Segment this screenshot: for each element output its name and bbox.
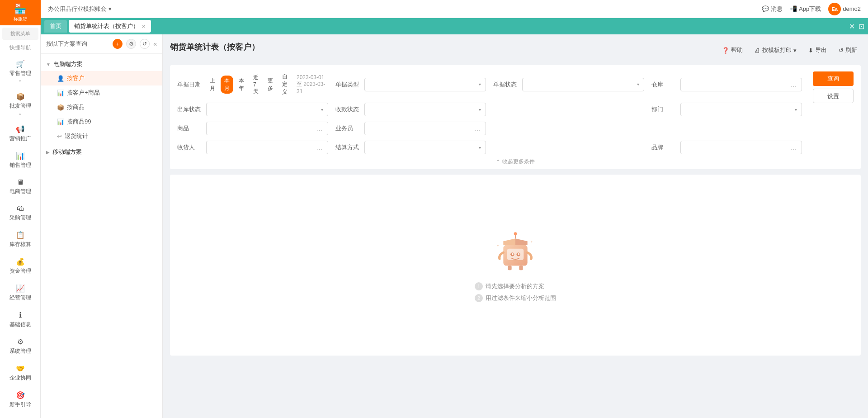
dropdown-arrow-icon: ▾: [108, 5, 112, 12]
home-tab-label: 首页: [50, 22, 61, 30]
settle-select[interactable]: ▾: [364, 141, 486, 154]
product-input[interactable]: ...: [206, 122, 328, 135]
app-download-btn[interactable]: 📲 App下载: [790, 5, 821, 13]
page-actions: ❓ 帮助 🖨 按模板打印 ▾ ⬇ 导出 ↺ 刷新: [718, 44, 861, 56]
desktop-expand-arrow: ▼: [46, 62, 51, 67]
empty-tips: 1 请先选择要分析的方案 2 用过滤条件来缩小分析范围: [475, 282, 556, 302]
sidebar-item-sales[interactable]: 📊 销售管理: [0, 147, 40, 174]
retail-icon: 🛒: [16, 60, 25, 68]
desktop-group-header[interactable]: ▼ 电脑端方案: [41, 57, 162, 71]
date-tab-last-month[interactable]: 上月: [206, 76, 219, 94]
refresh-btn[interactable]: ↺ 刷新: [835, 44, 861, 56]
minimize-btn[interactable]: ✕: [849, 22, 855, 31]
settings-scheme-btn[interactable]: ⚙: [126, 39, 136, 49]
sidebar-item-basic[interactable]: ℹ 基础信息: [0, 306, 40, 333]
collapse-more-label: 收起更多条件: [502, 158, 535, 166]
date-tab-this-year[interactable]: 本年: [235, 76, 248, 94]
user-profile[interactable]: Ea demo2: [828, 3, 861, 15]
right-content: 销货单统计表（按客户） ❓ 帮助 🖨 按模板打印 ▾ ⬇ 导出: [163, 34, 868, 418]
brand-input[interactable]: ...: [680, 141, 802, 154]
settings-button[interactable]: 设置: [813, 89, 854, 103]
sidebar-item-enterprise[interactable]: 🤝 企业协同: [0, 360, 40, 386]
doc-status-select[interactable]: ▾: [522, 78, 644, 91]
topbar-left: 办公用品行业模拟账套 ▾: [48, 5, 112, 13]
date-tab-custom[interactable]: 自定义: [278, 71, 291, 97]
by-product-99-icon: 📊: [57, 119, 64, 125]
mobile-group-label: 移动端方案: [52, 148, 82, 156]
sidebar-item-finance[interactable]: 💰 资金管理: [0, 253, 40, 280]
date-tab-more[interactable]: 更多: [264, 76, 277, 94]
warehouse-input[interactable]: ...: [680, 78, 802, 91]
export-btn[interactable]: ⬇ 导出: [805, 44, 830, 56]
collapse-panel-btn[interactable]: «: [153, 40, 157, 48]
warehouse-filter-item: 仓库 ...: [651, 78, 802, 91]
scheme-customer-product[interactable]: 📊 按客户+商品: [41, 86, 162, 100]
empty-tip-1: 1 请先选择要分析的方案: [475, 282, 556, 290]
tabbar-right: ✕ ⊡: [849, 22, 864, 31]
filter-row-4: 收货人 ... 结算方式 ▾: [177, 141, 802, 154]
mobile-group-header[interactable]: ▶ 移动端方案: [41, 145, 162, 159]
receipt-status-select[interactable]: ▾: [364, 103, 486, 116]
filter-row-2: 出库状态 ▾ 收款状态 ▾: [177, 103, 802, 116]
search-menu[interactable]: 搜索菜单: [2, 28, 38, 40]
scheme-by-product[interactable]: 📦 按商品: [41, 100, 162, 114]
by-product-99-label: 按商品99: [67, 118, 91, 126]
brand-label: 品牌: [651, 143, 677, 152]
quick-nav[interactable]: 快捷导航: [0, 42, 40, 55]
sidebar-item-inventory[interactable]: 📋 库存核算: [0, 226, 40, 253]
scheme-by-product-99[interactable]: 📊 按商品99: [41, 114, 162, 129]
doc-type-arrow-icon: ▾: [479, 82, 481, 87]
out-status-filter-item: 出库状态 ▾: [177, 103, 328, 116]
product-filter-item: 商品 ...: [177, 122, 328, 135]
template-print-btn[interactable]: 🖨 按模板打印 ▾: [751, 44, 800, 56]
message-btn[interactable]: 💬 消息: [762, 5, 783, 13]
brand-dots: ...: [790, 144, 797, 151]
help-btn[interactable]: ❓ 帮助: [718, 44, 746, 56]
doc-type-select[interactable]: ▾: [364, 78, 486, 91]
scheme-return-stats[interactable]: ↩ 退货统计: [41, 129, 162, 143]
tab-close-icon[interactable]: ✕: [142, 24, 146, 29]
retail-arrow: ▾: [19, 79, 21, 83]
topbar: 办公用品行业模拟账套 ▾ 💬 消息 📲 App下载 Ea demo2: [41, 0, 868, 18]
sidebar-item-appstore[interactable]: 📱 应用中心: [0, 413, 40, 418]
query-button[interactable]: 查询: [813, 71, 854, 86]
tab-home[interactable]: 首页: [44, 20, 67, 33]
by-product-icon: 📦: [57, 104, 64, 111]
tip-1-text: 请先选择要分析的方案: [486, 282, 544, 290]
doc-status-filter-item: 单据状态 ▾: [493, 78, 644, 91]
date-tab-this-month[interactable]: 本月: [221, 76, 233, 94]
help-icon: ❓: [722, 47, 729, 54]
date-tab-7days[interactable]: 近7天: [250, 72, 262, 97]
sidebar-item-ecommerce[interactable]: 🖥 电商管理: [0, 174, 40, 200]
wholesale-arrow: ▴: [19, 111, 21, 116]
out-status-select[interactable]: ▾: [206, 103, 328, 116]
date-label: 单据日期: [177, 81, 203, 89]
mobile-expand-arrow: ▶: [46, 150, 50, 155]
receiver-input[interactable]: ...: [206, 141, 328, 154]
settle-arrow-icon: ▾: [479, 145, 481, 150]
topbar-right: 💬 消息 📲 App下载 Ea demo2: [762, 3, 861, 15]
sidebar-item-operation[interactable]: 📈 经营管理: [0, 280, 40, 306]
scheme-by-customer[interactable]: 👤 按客户: [41, 71, 162, 86]
industry-selector[interactable]: 办公用品行业模拟账套 ▾: [48, 5, 112, 13]
sidebar-item-guide[interactable]: 🎯 新手引导: [0, 386, 40, 413]
dept-select[interactable]: ▾: [680, 103, 802, 116]
tip-1-num: 1: [475, 282, 483, 290]
logo-text: 标服贷: [14, 16, 27, 22]
sidebar-item-system[interactable]: ⚙ 系统管理: [0, 333, 40, 360]
app-logo[interactable]: 🏪 标服贷: [0, 0, 41, 25]
page-container: 按以下方案查询 ＋ ⚙ ↺ « ▼ 电脑端方案 👤 按客户: [41, 34, 868, 418]
tab-sales-stats[interactable]: 销货单统计表（按客户） ✕: [69, 20, 151, 33]
sidebar-item-retail[interactable]: 🛒 零售管理 ▾: [0, 55, 40, 88]
collapse-more-btn[interactable]: ⌃ 收起更多条件: [177, 154, 854, 169]
page-title: 销货单统计表（按客户）: [170, 42, 259, 52]
sidebar-item-marketing[interactable]: 📢 营销推广: [0, 120, 40, 147]
add-scheme-btn[interactable]: ＋: [113, 39, 123, 49]
maximize-btn[interactable]: ⊡: [859, 22, 864, 31]
sidebar-item-wholesale[interactable]: 📦 批发管理 ▴: [0, 88, 40, 120]
sidebar-item-purchase[interactable]: 🛍 采购管理: [0, 200, 40, 226]
print-arrow-icon: ▾: [793, 47, 797, 54]
refresh-scheme-btn[interactable]: ↺: [140, 39, 150, 49]
out-status-label: 出库状态: [177, 105, 203, 114]
salesperson-input[interactable]: ...: [364, 122, 486, 135]
